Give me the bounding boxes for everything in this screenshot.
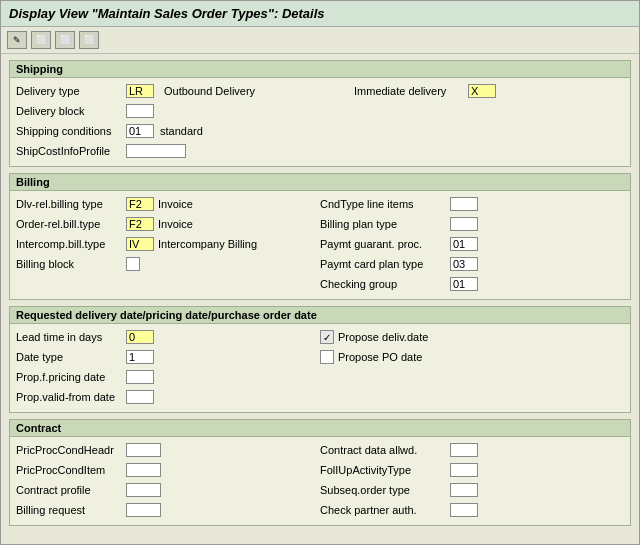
dlv-billing-value[interactable]: F2	[126, 197, 154, 211]
propose-deliv-label: Propose deliv.date	[338, 331, 428, 343]
contract-right: Contract data allwd. FolIUpActivityType …	[320, 441, 624, 521]
paymt-card-label: Paymt card plan type	[320, 258, 450, 270]
ship-cost-value[interactable]	[126, 144, 186, 158]
billing-block-checkbox[interactable]	[126, 257, 140, 271]
billing-body: Dlv-rel.billing type F2 Invoice Order-re…	[10, 191, 630, 299]
toolbar: ✎ ⬜ ⬜ ⬜	[1, 27, 639, 54]
cnd-type-row: CndType line items	[320, 195, 624, 213]
contract-data-value[interactable]	[450, 443, 478, 457]
pric-proc-headr-row: PricProcCondHeadr	[16, 441, 320, 459]
pric-proc-headr-value[interactable]	[126, 443, 161, 457]
lead-time-row: Lead time in days 0	[16, 328, 320, 346]
pric-proc-headr-label: PricProcCondHeadr	[16, 444, 126, 456]
lead-time-value[interactable]: 0	[126, 330, 154, 344]
billing-cols: Dlv-rel.billing type F2 Invoice Order-re…	[16, 195, 624, 295]
intercomp-label: Intercomp.bill.type	[16, 238, 126, 250]
date-type-value[interactable]: 1	[126, 350, 154, 364]
follow-up-row: FolIUpActivityType	[320, 461, 624, 479]
order-billing-text: Invoice	[158, 218, 193, 230]
prop-pricing-label: Prop.f.pricing date	[16, 371, 126, 383]
shipping-conditions-label: Shipping conditions	[16, 125, 126, 137]
contract-profile-row: Contract profile	[16, 481, 320, 499]
main-container: Display View "Maintain Sales Order Types…	[0, 0, 640, 545]
date-type-label: Date type	[16, 351, 126, 363]
subseq-order-label: Subseq.order type	[320, 484, 450, 496]
prop-valid-label: Prop.valid-from date	[16, 391, 126, 403]
dlv-billing-label: Dlv-rel.billing type	[16, 198, 126, 210]
dlv-billing-text: Invoice	[158, 198, 193, 210]
checking-group-value[interactable]: 01	[450, 277, 478, 291]
toolbar-btn-4[interactable]: ⬜	[79, 31, 99, 49]
delivery-date-section: Requested delivery date/pricing date/pur…	[9, 306, 631, 413]
cnd-type-value[interactable]	[450, 197, 478, 211]
subseq-order-row: Subseq.order type	[320, 481, 624, 499]
propose-po-checkbox[interactable]	[320, 350, 334, 364]
pric-proc-item-label: PricProcCondItem	[16, 464, 126, 476]
delivery-type-value[interactable]: LR	[126, 84, 154, 98]
billing-request-row: Billing request	[16, 501, 320, 519]
propose-deliv-row: ✓ Propose deliv.date	[320, 328, 624, 346]
paymt-guarant-value[interactable]: 01	[450, 237, 478, 251]
billing-block-label: Billing block	[16, 258, 126, 270]
intercomp-value[interactable]: IV	[126, 237, 154, 251]
contract-profile-value[interactable]	[126, 483, 161, 497]
toolbar-btn-2[interactable]: ⬜	[31, 31, 51, 49]
billing-section: Billing Dlv-rel.billing type F2 Invoice …	[9, 173, 631, 300]
shipping-body: Delivery type LR Outbound Delivery Immed…	[10, 78, 630, 166]
toolbar-btn-3[interactable]: ⬜	[55, 31, 75, 49]
pric-proc-item-value[interactable]	[126, 463, 161, 477]
propose-deliv-checkbox[interactable]: ✓	[320, 330, 334, 344]
check-partner-label: Check partner auth.	[320, 504, 450, 516]
shipping-conditions-value[interactable]: 01	[126, 124, 154, 138]
contract-section: Contract PricProcCondHeadr PricProcCondI…	[9, 419, 631, 526]
immediate-delivery-label: Immediate delivery	[354, 85, 464, 97]
contract-body: PricProcCondHeadr PricProcCondItem Contr…	[10, 437, 630, 525]
contract-left: PricProcCondHeadr PricProcCondItem Contr…	[16, 441, 320, 521]
follow-up-label: FolIUpActivityType	[320, 464, 450, 476]
subseq-order-value[interactable]	[450, 483, 478, 497]
billing-block-row: Billing block	[16, 255, 320, 273]
delivery-type-row: Delivery type LR Outbound Delivery Immed…	[16, 82, 624, 100]
contract-profile-label: Contract profile	[16, 484, 126, 496]
prop-pricing-row: Prop.f.pricing date	[16, 368, 320, 386]
billing-plan-value[interactable]	[450, 217, 478, 231]
shipping-conditions-text: standard	[160, 125, 203, 137]
intercomp-row: Intercomp.bill.type IV Intercompany Bill…	[16, 235, 320, 253]
follow-up-value[interactable]	[450, 463, 478, 477]
contract-cols: PricProcCondHeadr PricProcCondItem Contr…	[16, 441, 624, 521]
billing-plan-label: Billing plan type	[320, 218, 450, 230]
billing-request-value[interactable]	[126, 503, 161, 517]
contract-data-label: Contract data allwd.	[320, 444, 450, 456]
delivery-date-cols: Lead time in days 0 Date type 1 Prop.f.p…	[16, 328, 624, 408]
delivery-date-right: ✓ Propose deliv.date Propose PO date	[320, 328, 624, 408]
contract-data-row: Contract data allwd.	[320, 441, 624, 459]
paymt-card-row: Paymt card plan type 03	[320, 255, 624, 273]
delivery-block-label: Delivery block	[16, 105, 126, 117]
checking-group-label: Checking group	[320, 278, 450, 290]
billing-header: Billing	[10, 174, 630, 191]
delivery-date-header: Requested delivery date/pricing date/pur…	[10, 307, 630, 324]
delivery-type-label: Delivery type	[16, 85, 126, 97]
outbound-delivery-label: Outbound Delivery	[164, 85, 294, 97]
immediate-delivery-value[interactable]: X	[468, 84, 496, 98]
order-billing-value[interactable]: F2	[126, 217, 154, 231]
delivery-block-value[interactable]	[126, 104, 154, 118]
order-billing-row: Order-rel.bill.type F2 Invoice	[16, 215, 320, 233]
paymt-card-value[interactable]: 03	[450, 257, 478, 271]
shipping-header: Shipping	[10, 61, 630, 78]
propose-po-label: Propose PO date	[338, 351, 422, 363]
billing-left: Dlv-rel.billing type F2 Invoice Order-re…	[16, 195, 320, 295]
pric-proc-item-row: PricProcCondItem	[16, 461, 320, 479]
date-type-row: Date type 1	[16, 348, 320, 366]
prop-pricing-value[interactable]	[126, 370, 154, 384]
paymt-guarant-row: Paymt guarant. proc. 01	[320, 235, 624, 253]
contract-header: Contract	[10, 420, 630, 437]
order-billing-label: Order-rel.bill.type	[16, 218, 126, 230]
billing-right: CndType line items Billing plan type Pay…	[320, 195, 624, 295]
content-area: Shipping Delivery type LR Outbound Deliv…	[1, 54, 639, 538]
intercomp-text: Intercompany Billing	[158, 238, 257, 250]
toolbar-btn-1[interactable]: ✎	[7, 31, 27, 49]
check-partner-value[interactable]	[450, 503, 478, 517]
prop-valid-value[interactable]	[126, 390, 154, 404]
paymt-guarant-label: Paymt guarant. proc.	[320, 238, 450, 250]
